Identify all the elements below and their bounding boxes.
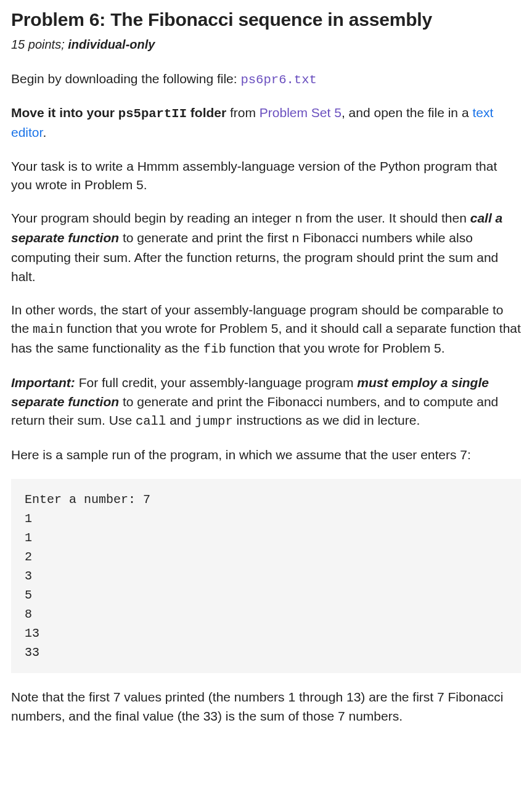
paragraph-analogy: In other words, the start of your assemb…	[11, 301, 521, 359]
problem-set-link[interactable]: Problem Set 5	[260, 105, 342, 120]
paragraph-important: Important: For full credit, your assembl…	[11, 374, 521, 431]
problem-heading: Problem 6: The Fibonacci sequence in ass…	[11, 6, 521, 33]
sample-output: Enter a number: 7 1 1 2 3 5 8 13 33	[11, 479, 521, 673]
problem-subtitle: 15 points; individual-only	[11, 36, 521, 54]
file-link[interactable]: ps6pr6.txt	[240, 72, 317, 86]
paragraph-move-file: Move it into your ps5partII folder from …	[11, 104, 521, 142]
paragraph-download: Begin by downloading the following file:…	[11, 70, 521, 89]
paragraph-task: Your task is to write a Hmmm assembly-la…	[11, 157, 521, 195]
paragraph-program-desc: Your program should begin by reading an …	[11, 209, 521, 286]
paragraph-sample-intro: Here is a sample run of the program, in …	[11, 446, 521, 464]
paragraph-note: Note that the first 7 values printed (th…	[11, 688, 521, 726]
